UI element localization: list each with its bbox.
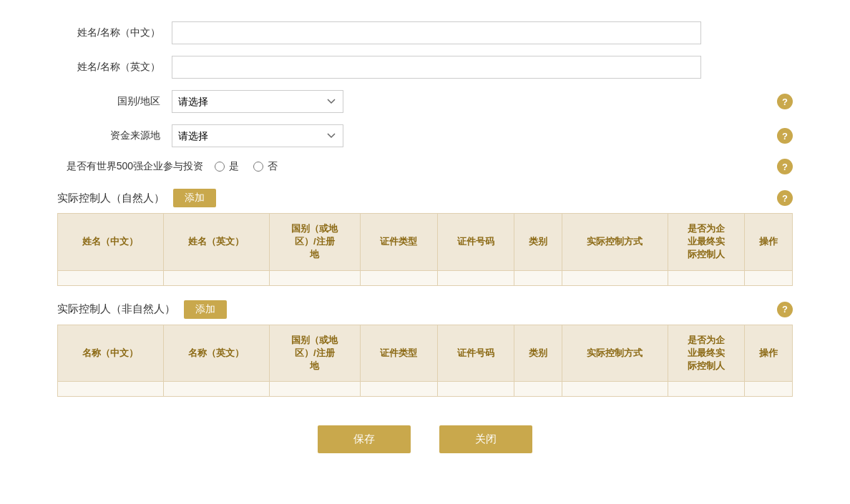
radio-yes[interactable] <box>215 162 225 172</box>
natural-person-help-icon[interactable]: ? <box>777 190 793 206</box>
fortune500-label: 是否有世界500强企业参与投资 <box>57 160 215 173</box>
radio-no[interactable] <box>253 162 263 172</box>
np-empty-7 <box>562 270 668 285</box>
np-empty-1 <box>58 270 164 285</box>
nnp-col-country: 国别（或地区）/注册地 <box>269 325 361 382</box>
nnp-col-is-final-controller: 是否为企业最终实际控制人 <box>668 325 744 382</box>
np-col-name-en: 姓名（英文） <box>163 214 269 271</box>
form-section: 姓名/名称（中文） 姓名/名称（英文） 国别/地区 请选择 ? 资金来源地 请选… <box>57 21 793 174</box>
nnp-col-name-en: 名称（英文） <box>163 325 269 382</box>
np-empty-8 <box>668 270 744 285</box>
nnp-empty-6 <box>514 382 562 397</box>
country-row: 国别/地区 请选择 ? <box>57 90 793 113</box>
natural-person-header-row: 姓名（中文） 姓名（英文） 国别（或地区）/注册地 证件类型 证件号码 类别 实… <box>58 214 793 271</box>
nnp-empty-2 <box>163 382 269 397</box>
np-col-category: 类别 <box>514 214 562 271</box>
fortune500-row: 是否有世界500强企业参与投资 是 否 ? <box>57 159 793 174</box>
nnp-col-cert-type: 证件类型 <box>361 325 437 382</box>
fund-source-help-icon[interactable]: ? <box>777 128 793 144</box>
np-empty-3 <box>269 270 361 285</box>
non-natural-person-section-header: 实际控制人（非自然人） 添加 ? <box>57 300 793 319</box>
page-container: 姓名/名称（中文） 姓名/名称（英文） 国别/地区 请选择 ? 资金来源地 请选… <box>0 0 850 504</box>
np-col-is-final-controller: 是否为企业最终实际控制人 <box>668 214 744 271</box>
country-select[interactable]: 请选择 <box>172 90 343 113</box>
nnp-empty-3 <box>269 382 361 397</box>
np-empty-9 <box>745 270 793 285</box>
non-natural-person-help-icon[interactable]: ? <box>777 302 793 317</box>
np-empty-5 <box>437 270 514 285</box>
nnp-empty-7 <box>562 382 668 397</box>
name-cn-input[interactable] <box>172 21 701 44</box>
natural-person-section-header: 实际控制人（自然人） 添加 ? <box>57 189 793 207</box>
name-en-label: 姓名/名称（英文） <box>57 61 172 74</box>
np-empty-6 <box>514 270 562 285</box>
radio-no-label: 否 <box>268 160 278 173</box>
fund-source-row: 资金来源地 请选择 ? <box>57 124 793 147</box>
non-natural-person-table: 名称（中文） 名称（英文） 国别（或地区）/注册地 证件类型 证件号码 类别 实… <box>57 325 793 397</box>
name-en-row: 姓名/名称（英文） <box>57 56 793 79</box>
non-natural-person-title: 实际控制人（非自然人） <box>57 302 175 316</box>
nnp-col-control-method: 实际控制方式 <box>562 325 668 382</box>
fund-source-label: 资金来源地 <box>57 129 172 142</box>
nnp-empty-4 <box>361 382 437 397</box>
nnp-empty-9 <box>745 382 793 397</box>
natural-person-title: 实际控制人（自然人） <box>57 192 165 205</box>
np-empty-2 <box>163 270 269 285</box>
radio-yes-label: 是 <box>229 160 239 173</box>
non-natural-person-add-button[interactable]: 添加 <box>184 300 227 319</box>
natural-person-table: 姓名（中文） 姓名（英文） 国别（或地区）/注册地 证件类型 证件号码 类别 实… <box>57 213 793 286</box>
country-help-icon[interactable]: ? <box>777 94 793 109</box>
np-col-name-cn: 姓名（中文） <box>58 214 164 271</box>
close-button[interactable]: 关闭 <box>439 425 532 453</box>
bottom-buttons: 保存 关闭 <box>57 425 793 453</box>
nnp-empty-8 <box>668 382 744 397</box>
fortune500-radio-group: 是 否 <box>215 160 278 173</box>
nnp-col-cert-no: 证件号码 <box>437 325 514 382</box>
np-col-country: 国别（或地区）/注册地 <box>269 214 361 271</box>
np-empty-4 <box>361 270 437 285</box>
country-label: 国别/地区 <box>57 95 172 108</box>
nnp-col-category: 类别 <box>514 325 562 382</box>
nnp-empty-5 <box>437 382 514 397</box>
non-natural-person-empty-row <box>58 382 793 397</box>
nnp-col-operation: 操作 <box>745 325 793 382</box>
save-button[interactable]: 保存 <box>318 425 411 453</box>
fund-source-select[interactable]: 请选择 <box>172 124 343 147</box>
np-col-cert-type: 证件类型 <box>361 214 437 271</box>
name-cn-label: 姓名/名称（中文） <box>57 26 172 39</box>
np-col-control-method: 实际控制方式 <box>562 214 668 271</box>
radio-yes-item[interactable]: 是 <box>215 160 239 173</box>
name-cn-row: 姓名/名称（中文） <box>57 21 793 44</box>
natural-person-add-button[interactable]: 添加 <box>173 189 216 207</box>
nnp-empty-1 <box>58 382 164 397</box>
np-col-cert-no: 证件号码 <box>437 214 514 271</box>
name-en-input[interactable] <box>172 56 701 79</box>
natural-person-empty-row <box>58 270 793 285</box>
non-natural-person-header-row: 名称（中文） 名称（英文） 国别（或地区）/注册地 证件类型 证件号码 类别 实… <box>58 325 793 382</box>
nnp-col-name-cn: 名称（中文） <box>58 325 164 382</box>
np-col-operation: 操作 <box>745 214 793 271</box>
fortune500-help-icon[interactable]: ? <box>777 159 793 174</box>
radio-no-item[interactable]: 否 <box>253 160 278 173</box>
